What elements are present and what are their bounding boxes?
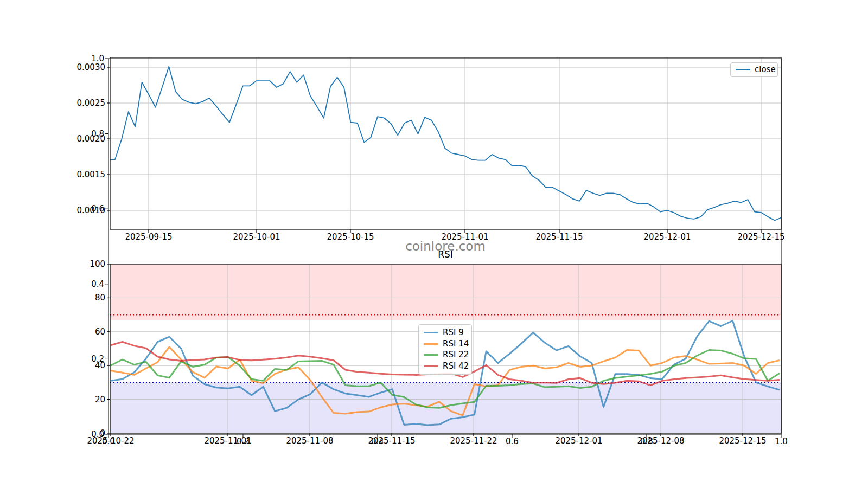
overlay-x-tick-label: 1.0 xyxy=(775,436,788,446)
close-legend-label: close xyxy=(755,66,776,74)
price-x-tick-label: 2025-12-01 xyxy=(643,232,691,242)
rsi-title: RSI xyxy=(438,249,453,260)
close-line xyxy=(108,67,781,221)
rsi-x-tick-label: 2025-11-08 xyxy=(286,436,333,446)
overlay-y-tick-label: 1.0 xyxy=(91,54,104,63)
rsi42-legend-row: RSI 42 xyxy=(424,362,467,371)
overlay-y-tick-label: 0.0 xyxy=(91,429,104,439)
price-y-tick-label: 0.0015 xyxy=(77,170,106,179)
price-y-tick-label: 0.0030 xyxy=(77,62,106,72)
overlay-x-tick-label: 0.8 xyxy=(640,436,653,446)
rsi9-line-sample xyxy=(424,332,438,333)
rsi42-line-sample xyxy=(424,365,438,367)
price-axes-box xyxy=(110,57,781,229)
rsi22-legend-row: RSI 22 xyxy=(424,350,467,359)
rsi-x-tick-label: 2025-12-01 xyxy=(555,436,602,446)
rsi14-legend-label: RSI 14 xyxy=(443,340,469,348)
overlay-y-tick-label: 0.6 xyxy=(91,204,104,214)
rsi22-line-sample xyxy=(424,354,438,356)
overlay-y-tick-label: 0.2 xyxy=(91,354,104,364)
rsi-x-tick-label: 2025-11-22 xyxy=(450,436,497,446)
close-line-sample xyxy=(736,69,750,70)
price-x-tick-label: 2025-09-15 xyxy=(125,232,172,242)
rsi-y-tick-label: 100 xyxy=(90,259,105,269)
price-y-tick-label: 0.0025 xyxy=(77,98,106,108)
rsi-y-tick-label: 20 xyxy=(95,395,105,404)
rsi-x-tick-label: 2025-12-15 xyxy=(719,436,766,446)
rsi-y-tick-label: 60 xyxy=(95,327,105,337)
rsi9-legend-row: RSI 9 xyxy=(424,328,467,337)
price-x-tick-label: 2025-11-15 xyxy=(535,232,583,242)
rsi9-legend-label: RSI 9 xyxy=(443,329,464,337)
overlay-x-tick-label: 0.6 xyxy=(506,436,519,446)
overlay-y-tick-label: 0.4 xyxy=(91,279,104,289)
overlay-x-tick-label: 0.4 xyxy=(371,436,384,446)
price-x-tick-label: 2025-12-15 xyxy=(737,232,784,242)
rsi14-line-sample xyxy=(424,343,438,345)
rsi-y-tick-label: 80 xyxy=(95,293,105,303)
price-legend: close xyxy=(730,62,778,77)
overlay-y-tick-label: 0.8 xyxy=(91,129,104,139)
figure: 2025-09-152025-10-012025-10-152025-11-01… xyxy=(0,0,868,488)
overbought-band xyxy=(110,264,781,320)
rsi22-legend-label: RSI 22 xyxy=(443,351,469,359)
price-x-tick-label: 2025-10-01 xyxy=(233,232,280,242)
rsi-legend: RSI 9 RSI 14 RSI 22 RSI 42 xyxy=(418,324,472,375)
close-line-group xyxy=(108,67,781,221)
price-x-tick-label: 2025-10-15 xyxy=(327,232,374,242)
rsi42-legend-label: RSI 42 xyxy=(443,362,469,370)
rsi14-legend-row: RSI 14 xyxy=(424,339,467,349)
overlay-x-tick-label: 0.2 xyxy=(237,436,250,446)
